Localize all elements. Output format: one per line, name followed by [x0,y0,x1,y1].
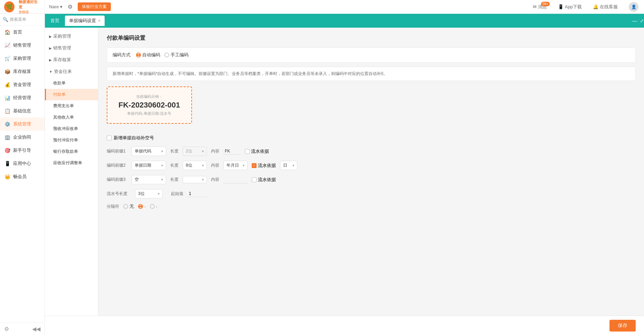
manual-code-radio[interactable]: 手工编码 [164,52,189,58]
tab-minimize-icon[interactable]: — [632,18,637,24]
sub-menu: ▶ 采购管理 ▶ 销售管理 ▶ 库存核算 [45,28,98,316]
sidebar-nav: 🏠 首页 📈 销售管理 🛒 采购管理 📦 库存核算 💰 资金管理 [0,26,45,323]
sidebar-item-inventory[interactable]: 📦 库存核算 [0,65,45,78]
search-icon: 🔍 [3,17,8,22]
sub-menu-item-yuchong-yingshou[interactable]: 预收冲应收单 [45,123,98,134]
settings-icon[interactable]: ⚙ [65,2,75,12]
operation-icon: 📊 [4,95,10,101]
apps-icon: 📱 [4,160,10,167]
config-row-prefix2: 编码前缀2 单据日期 ▾ 长度 8位 ▾ 内容 [107,161,636,170]
prefix3-select[interactable]: 空 ▾ [132,175,166,184]
sidebar-item-purchase[interactable]: 🛒 采购管理 [0,52,45,65]
start-val-input[interactable] [188,190,208,197]
sidebar-item-enterprise[interactable]: 🏢 企业协同 [0,131,45,144]
auto-code-radio-icon [136,53,141,57]
sub-menu-item-feiyong[interactable]: 费用支出单 [45,100,98,112]
content1-label: 内容 [211,148,219,154]
sidebar-item-system[interactable]: ⚙️ 系统管理 [0,118,45,131]
online-service-button[interactable]: 🔔 在线客服 [593,4,618,10]
sep-none-radio[interactable]: 无 [123,203,134,210]
length1-dropdown-icon: ▾ [202,149,204,153]
sub-menu-item-yinhang[interactable]: 银行存取款单 [45,146,98,157]
length1-select[interactable]: 2位 ▾ [183,147,207,156]
download-icon: 📱 [558,4,564,9]
sep-dot-icon [138,204,143,209]
company-dropdown[interactable]: Nare ▾ [49,4,63,9]
serial-length-select[interactable]: 3位 ▾ [135,189,163,198]
app-download-button[interactable]: 📱 App下载 [558,4,582,10]
tab-home[interactable]: 首页 [45,16,65,26]
sidebar-collapse-button[interactable]: ◀◀ [32,326,40,332]
sidebar-item-guide[interactable]: 🎯 新手引导 [0,144,45,157]
serial-row: 流水号长度 3位 ▾ 起始值 [107,189,636,198]
sidebar-item-apps[interactable]: 📱 应用中心 [0,157,45,170]
stream2-unit-select[interactable]: 日 ▾ [280,161,297,170]
sub-menu-group-sales-title[interactable]: ▶ 销售管理 [45,42,98,54]
preview-desc: 单据代码-单据日期-流水号 [127,111,171,116]
sub-menu-group-funds-title[interactable]: ▼ 资金往来 [45,66,98,77]
sidebar-item-member[interactable]: 👑 畅会员 [0,170,45,183]
content3-label: 内容 [211,177,219,183]
trial-button[interactable]: 体验行业方案 [78,2,111,11]
sub-menu-item-yuchong-yingfu[interactable]: 预付冲应付单 [45,134,98,146]
sub-menu-item-yingshou-tiaozheng[interactable]: 应收应付调整单 [45,157,98,169]
sidebar-settings-button[interactable]: ⚙ [4,326,9,332]
stream2-checkbox[interactable]: ✓ [252,163,257,168]
bottom-action-bar: 保存 [45,316,644,335]
sub-menu-item-qita[interactable]: 其他收入单 [45,112,98,123]
tab-maximize-icon[interactable]: ⤢ [640,18,644,24]
tab-bar: 首页 单据编码设置 × — ⤢ [45,14,644,28]
prefix1-select[interactable]: 单据代码 ▾ [132,147,166,156]
prefix1-label: 编码前缀1 [107,148,127,154]
sub-menu-group-funds: ▼ 资金往来 收款单 付款单 费用支出单 其他收入单 预收冲应收单 预付冲应付单… [45,66,98,169]
content3-input-area [223,176,248,184]
auto-fill-checkbox[interactable] [107,136,112,140]
sub-menu-group-purchase-title[interactable]: ▶ 采购管理 [45,30,98,42]
stream2-label: 流水依据 [258,162,276,169]
chevron-right-icon: ▶ [49,35,52,38]
prefix3-dropdown-icon: ▾ [161,178,163,182]
length3-label: 长度 [170,177,179,183]
sub-menu-item-shoukuan[interactable]: 收款单 [45,77,98,89]
content2-select[interactable]: 年月日 ▾ [223,161,248,170]
start-val-label: 起始值 [171,191,183,197]
sidebar-item-basic[interactable]: 📋 基础信息 [0,104,45,118]
content1-input[interactable] [223,148,241,155]
stream1-checkbox[interactable] [245,149,250,154]
sidebar-item-home[interactable]: 🏠 首页 [0,26,45,39]
tab-document-code[interactable]: 单据编码设置 × [65,16,105,26]
sep-none-icon [123,204,128,209]
sidebar-item-finance[interactable]: 💰 资金管理 [0,78,45,91]
sep-dash-radio[interactable]: · [150,204,157,209]
guide-icon: 🎯 [4,147,10,153]
stream1-checkbox-group: 流水依据 [245,148,269,155]
purchase-icon: 🛒 [4,55,10,62]
auto-fill-row: 新增单据自动补空号 [107,135,636,141]
length1-label: 长度 [170,148,179,154]
main-content: 付款单编码设置 编码方式 自动编码 手工编码 [98,28,644,316]
coding-type-bar: 编码方式 自动编码 手工编码 [107,47,636,63]
content2-dropdown-icon: ▾ [243,164,244,167]
sep-dot-radio[interactable]: · [138,204,146,209]
separator-label: 分隔符 [107,204,119,210]
prefix2-select[interactable]: 单据日期 ▾ [132,161,166,170]
tab-close-icon[interactable]: × [98,18,100,23]
stream3-checkbox[interactable] [252,177,257,182]
message-button[interactable]: ✉ 消息 99+ [533,4,547,10]
auto-code-radio[interactable]: 自动编码 [136,52,160,58]
user-avatar[interactable]: 👤 [629,2,638,12]
sub-menu-item-fukuan[interactable]: 付款单 [45,89,98,100]
sidebar-item-operation[interactable]: 📊 经营管理 [0,91,45,104]
sub-menu-group-inventory-title[interactable]: ▶ 库存核算 [45,54,98,66]
page-title: 付款单编码设置 [107,35,636,42]
length3-select[interactable]: ▾ [183,176,207,183]
app-header: 🌿 畅捷通好生意 旗舰版 Nare ▾ ⚙ 体验行业方案 ✉ 消息 99+ 📱 [0,0,644,14]
config-section: 编码前缀1 单据代码 ▾ 长度 2位 ▾ 内容 [107,147,636,210]
length2-select[interactable]: 8位 ▾ [183,161,207,170]
logo-icon: 🌿 [4,1,15,12]
sidebar-item-sales[interactable]: 📈 销售管理 [0,39,45,52]
save-button[interactable]: 保存 [609,320,636,332]
stream1-label: 流水依据 [251,148,269,155]
sep-dash-icon [150,204,155,209]
search-menu-button[interactable]: 🔍 搜索菜单 [0,14,45,26]
